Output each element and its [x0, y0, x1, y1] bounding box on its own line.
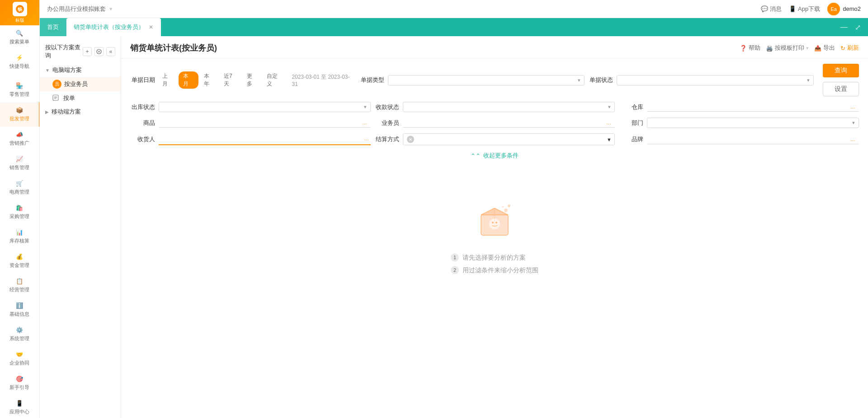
add-scheme-button[interactable]: +: [83, 47, 92, 56]
svg-point-17: [502, 206, 504, 208]
sidebar-item-ecommerce[interactable]: 🛒 电商管理: [0, 176, 40, 200]
brand-label: 品牌: [618, 135, 643, 143]
sidebar-item-sales[interactable]: 📈 销售管理: [0, 151, 40, 176]
sidebar-item-inventory[interactable]: 📊 库存核算: [0, 224, 40, 249]
desktop-group-header[interactable]: ▼ 电脑端方案: [40, 63, 121, 77]
sidebar-item-marketing[interactable]: 📣 营销推广: [0, 127, 40, 151]
expand-arrow-icon: ▶: [45, 109, 49, 114]
help-icon: ❓: [740, 45, 747, 52]
date-this-month-btn[interactable]: 本月: [179, 71, 198, 89]
sidebar-item-wholesale[interactable]: 📦 批发管理: [0, 102, 40, 127]
goods-input[interactable]: …: [159, 118, 371, 128]
tab-maximize-button[interactable]: ⤢: [853, 21, 863, 33]
salesperson-input[interactable]: …: [403, 118, 615, 128]
doc-status-label: 单据状态: [588, 76, 613, 84]
collapse-panel-button[interactable]: «: [106, 47, 115, 56]
date-custom-btn[interactable]: 自定义: [263, 71, 287, 89]
panel-header-label: 按以下方案查询: [45, 43, 83, 60]
date-last-month-btn[interactable]: 上月: [159, 71, 177, 89]
breadcrumb-text: 办公用品行业模拟账套: [47, 5, 106, 13]
export-button[interactable]: 📤 导出: [814, 44, 835, 52]
quick-nav-icon: ⚡: [16, 54, 23, 61]
sidebar-item-label: 搜索菜单: [9, 38, 29, 45]
doc-type-select[interactable]: ▾: [388, 75, 585, 86]
chevron-down-icon: ▾: [578, 77, 580, 83]
app-logo: 畅 标版: [0, 0, 40, 25]
sidebar-item-finance[interactable]: 💰 资金管理: [0, 249, 40, 273]
sidebar-item-purchase[interactable]: 🛍️ 采购管理: [0, 200, 40, 224]
sidebar-item-label: 系统管理: [9, 335, 29, 342]
sidebar-item-operations[interactable]: 📋 经营管理: [0, 273, 40, 298]
warehouse-input[interactable]: …: [647, 102, 859, 112]
date-7days-btn[interactable]: 近7天: [220, 71, 241, 89]
print-icon: 🖨️: [766, 45, 773, 52]
out-status-select[interactable]: ▾: [159, 102, 371, 112]
receipt-status-select[interactable]: ▾: [403, 102, 615, 112]
mobile-group-header[interactable]: ▶ 移动端方案: [40, 105, 121, 119]
print-button[interactable]: 🖨️ 按模板打印 ▾: [766, 44, 809, 52]
sidebar-item-label: 应用中心: [9, 408, 29, 415]
tab-minimize-button[interactable]: —: [839, 21, 849, 33]
chevron-down-icon: ▾: [852, 120, 855, 126]
export-label: 导出: [823, 44, 835, 52]
collapse-filters-button[interactable]: ⌃⌃ 收起更多条件: [130, 149, 859, 162]
edit-scheme-button[interactable]: [94, 47, 104, 56]
empty-state-steps: 1 请先选择要分析的方案 2 用过滤条件来缩小分析范围: [451, 251, 538, 276]
sidebar-item-quick-nav[interactable]: ⚡ 快捷导航: [0, 50, 40, 74]
sidebar-item-label: 电商管理: [9, 189, 29, 195]
tab-close-icon[interactable]: ✕: [149, 24, 153, 30]
sidebar-item-collab[interactable]: 🤝 企业协同: [0, 347, 40, 371]
settings-button[interactable]: 设置: [823, 82, 859, 96]
scheme-item-by-order[interactable]: 按单: [40, 91, 121, 105]
sidebar-item-retail[interactable]: 🏪 零售管理: [0, 78, 40, 102]
system-icon: ⚙️: [16, 327, 23, 333]
mobile-group-label: 移动端方案: [52, 108, 81, 116]
scheme-item-by-salesperson[interactable]: 员 按业务员: [40, 77, 121, 91]
svg-point-13: [492, 222, 494, 223]
scheme-item-label: 按单: [63, 94, 75, 102]
tab-home[interactable]: 首页: [40, 18, 66, 36]
right-content: 销货单统计表(按业务员) ❓ 帮助 🖨️ 按模板打印 ▾ 📤 导出: [121, 36, 868, 418]
user-area[interactable]: Ea demo2: [827, 3, 861, 15]
date-this-year-btn[interactable]: 本年: [200, 71, 218, 89]
recipient-label: 收货人: [130, 135, 155, 143]
message-icon: 💬: [761, 5, 768, 12]
svg-text:畅: 畅: [18, 7, 22, 12]
collab-icon: 🤝: [16, 351, 23, 358]
operations-icon: 📋: [16, 278, 23, 285]
more-options-icon: …: [606, 120, 611, 125]
print-label: 按模板打印: [775, 44, 804, 52]
app-download-button[interactable]: 📱 App下载: [789, 5, 820, 13]
sidebar-item-label: 营销推广: [9, 140, 29, 147]
refresh-button[interactable]: ↻ 刷新: [840, 44, 859, 52]
department-select[interactable]: ▾: [647, 118, 859, 128]
main-area: 办公用品行业模拟账套 ▾ 💬 消息 📱 App下载 Ea demo2 首页 销货…: [40, 0, 868, 418]
doc-status-select[interactable]: ▾: [617, 75, 814, 86]
sidebar-item-newbie[interactable]: 🎯 新手引导: [0, 371, 40, 395]
doc-type-label: 单据类型: [359, 76, 384, 84]
content-area: 按以下方案查询 + « ▼ 电脑端方案 员 按业务员: [40, 36, 868, 418]
sidebar-item-basic-info[interactable]: ℹ️ 基础信息: [0, 298, 40, 322]
help-button[interactable]: ❓ 帮助: [740, 44, 760, 52]
date-more-btn[interactable]: 更多: [243, 71, 261, 89]
sidebar-item-label: 企业协同: [9, 360, 29, 366]
export-icon: 📤: [814, 45, 821, 52]
sidebar-item-system[interactable]: ⚙️ 系统管理: [0, 322, 40, 347]
payment-select[interactable]: ✕ ▾: [403, 133, 615, 145]
query-button[interactable]: 查询: [823, 64, 859, 77]
payment-clear-icon[interactable]: ✕: [407, 136, 414, 143]
svg-point-14: [495, 222, 497, 223]
svg-point-12: [489, 218, 500, 229]
empty-state: 1 请先选择要分析的方案 2 用过滤条件来缩小分析范围: [121, 170, 868, 304]
brand-input[interactable]: …: [647, 135, 859, 144]
sidebar-item-label: 批发管理: [9, 115, 29, 122]
step-number-2: 2: [451, 266, 459, 274]
sidebar-item-search[interactable]: 🔍 搜索菜单: [0, 25, 40, 50]
sidebar-item-app-center[interactable]: 📱 应用中心: [0, 395, 40, 418]
newbie-icon: 🎯: [16, 375, 23, 382]
recipient-input[interactable]: [159, 134, 371, 145]
out-status-label: 出库状态: [130, 103, 155, 111]
tab-sales-stat[interactable]: 销货单统计表（按业务员） ✕: [66, 18, 161, 36]
wholesale-icon: 📦: [16, 107, 23, 114]
message-button[interactable]: 💬 消息: [761, 5, 782, 13]
